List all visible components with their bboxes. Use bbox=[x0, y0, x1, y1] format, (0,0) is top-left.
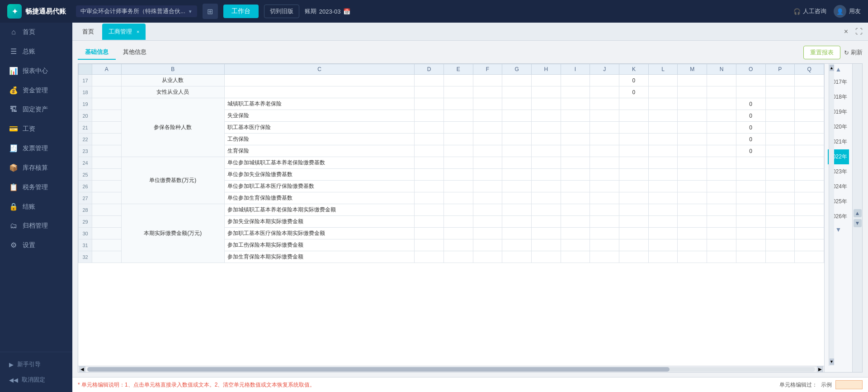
data-cell[interactable] bbox=[415, 204, 444, 216]
sidebar-item-archive[interactable]: 🗂 归档管理 bbox=[0, 216, 72, 235]
cell-c[interactable]: 职工基本医疗保险 bbox=[224, 122, 415, 134]
data-cell[interactable] bbox=[707, 239, 736, 251]
data-cell[interactable] bbox=[502, 192, 532, 204]
data-cell[interactable] bbox=[736, 251, 765, 263]
data-cell[interactable] bbox=[648, 75, 678, 86]
data-cell[interactable] bbox=[561, 122, 590, 134]
data-cell[interactable] bbox=[443, 192, 473, 204]
data-cell[interactable] bbox=[532, 239, 561, 251]
data-cell[interactable] bbox=[795, 239, 824, 251]
data-cell[interactable] bbox=[415, 110, 444, 122]
data-cell[interactable] bbox=[678, 110, 707, 122]
data-cell[interactable] bbox=[590, 110, 619, 122]
data-cell[interactable] bbox=[619, 228, 649, 239]
data-cell[interactable] bbox=[473, 251, 502, 263]
data-cell[interactable] bbox=[590, 228, 619, 239]
data-cell[interactable] bbox=[532, 98, 561, 110]
data-cell[interactable] bbox=[590, 239, 619, 251]
data-cell[interactable] bbox=[678, 157, 707, 169]
cell-c[interactable] bbox=[224, 75, 415, 86]
cell-c[interactable]: 失业保险 bbox=[224, 110, 415, 122]
company-selector[interactable]: 中审众环会计师事务所（特殊普通合伙... ▼ bbox=[76, 5, 197, 17]
data-cell[interactable] bbox=[502, 122, 532, 134]
data-cell[interactable] bbox=[532, 157, 561, 169]
cell-c[interactable]: 参加生育保险本期实际缴费金额 bbox=[224, 251, 415, 263]
data-cell[interactable] bbox=[561, 98, 590, 110]
data-cell[interactable] bbox=[736, 239, 765, 251]
tab-close-icon[interactable]: × bbox=[137, 29, 139, 34]
vscroll-bar[interactable]: ▲ ▼ bbox=[829, 64, 834, 366]
data-cell[interactable] bbox=[648, 145, 678, 157]
cell-a[interactable] bbox=[92, 228, 122, 239]
unpin-button[interactable]: ◀◀ 取消固定 bbox=[0, 372, 72, 387]
data-cell[interactable] bbox=[443, 75, 473, 86]
cell-b-group[interactable]: 女性从业人员 bbox=[121, 86, 224, 98]
data-cell[interactable] bbox=[443, 145, 473, 157]
hscroll-bar[interactable]: ◀ ▶ bbox=[78, 366, 824, 372]
data-cell[interactable] bbox=[473, 75, 502, 86]
data-cell[interactable] bbox=[678, 134, 707, 145]
data-cell[interactable] bbox=[532, 86, 561, 98]
data-cell[interactable] bbox=[443, 86, 473, 98]
data-cell[interactable] bbox=[795, 169, 824, 181]
year-up-button[interactable]: ▲ bbox=[835, 66, 842, 73]
data-cell[interactable] bbox=[765, 181, 795, 192]
data-cell[interactable] bbox=[707, 145, 736, 157]
data-cell[interactable] bbox=[561, 157, 590, 169]
cell-a[interactable] bbox=[92, 169, 122, 181]
data-cell[interactable] bbox=[795, 110, 824, 122]
data-cell[interactable] bbox=[765, 251, 795, 263]
data-cell[interactable] bbox=[502, 228, 532, 239]
data-cell[interactable] bbox=[795, 251, 824, 263]
data-cell[interactable] bbox=[678, 98, 707, 110]
cell-c[interactable]: 参加职工基本医疗保险本期实际缴费金额 bbox=[224, 228, 415, 239]
data-cell[interactable] bbox=[678, 122, 707, 134]
cell-c[interactable]: 工伤保险 bbox=[224, 134, 415, 145]
data-cell[interactable] bbox=[502, 110, 532, 122]
sidebar-item-payroll[interactable]: 💳 工资 bbox=[0, 119, 72, 139]
cell-b-group[interactable]: 从业人数 bbox=[121, 75, 224, 86]
data-cell[interactable] bbox=[795, 192, 824, 204]
data-cell[interactable] bbox=[590, 216, 619, 228]
data-cell[interactable]: 0 bbox=[736, 145, 765, 157]
data-cell[interactable] bbox=[678, 192, 707, 204]
cell-c[interactable]: 单位参加生育保险缴费基数 bbox=[224, 192, 415, 204]
data-cell[interactable] bbox=[561, 145, 590, 157]
data-cell[interactable] bbox=[678, 239, 707, 251]
data-cell[interactable] bbox=[678, 216, 707, 228]
data-cell[interactable] bbox=[678, 75, 707, 86]
data-cell[interactable] bbox=[619, 98, 649, 110]
data-cell[interactable] bbox=[502, 98, 532, 110]
data-cell[interactable] bbox=[648, 228, 678, 239]
data-cell[interactable] bbox=[795, 216, 824, 228]
cell-a[interactable] bbox=[92, 204, 122, 216]
hscroll-right-btn[interactable]: ▶ bbox=[817, 366, 823, 373]
data-cell[interactable] bbox=[473, 169, 502, 181]
sidebar-item-tax[interactable]: 📋 税务管理 bbox=[0, 177, 72, 197]
data-cell[interactable] bbox=[532, 145, 561, 157]
data-cell[interactable] bbox=[619, 192, 649, 204]
data-cell[interactable] bbox=[736, 192, 765, 204]
data-cell[interactable] bbox=[765, 216, 795, 228]
cell-a[interactable] bbox=[92, 122, 122, 134]
data-cell[interactable] bbox=[502, 216, 532, 228]
data-cell[interactable]: 0 bbox=[736, 98, 765, 110]
cell-a[interactable] bbox=[92, 98, 122, 110]
data-cell[interactable] bbox=[707, 157, 736, 169]
data-cell[interactable] bbox=[736, 169, 765, 181]
right-toggle-up-btn[interactable]: ▲ bbox=[854, 209, 862, 217]
data-cell[interactable] bbox=[707, 251, 736, 263]
data-cell[interactable] bbox=[765, 192, 795, 204]
data-cell[interactable] bbox=[619, 145, 649, 157]
data-cell[interactable] bbox=[532, 216, 561, 228]
data-cell[interactable] bbox=[648, 169, 678, 181]
data-cell[interactable] bbox=[590, 86, 619, 98]
sidebar-item-report[interactable]: 📊 报表中心 bbox=[0, 61, 72, 81]
period-selector[interactable]: 账期 2023-03 📅 bbox=[305, 7, 351, 15]
data-cell[interactable] bbox=[707, 134, 736, 145]
table-row[interactable]: 18女性从业人员0 bbox=[79, 86, 824, 98]
data-cell[interactable] bbox=[561, 169, 590, 181]
data-cell[interactable] bbox=[443, 251, 473, 263]
data-cell[interactable] bbox=[415, 169, 444, 181]
data-cell[interactable] bbox=[502, 145, 532, 157]
